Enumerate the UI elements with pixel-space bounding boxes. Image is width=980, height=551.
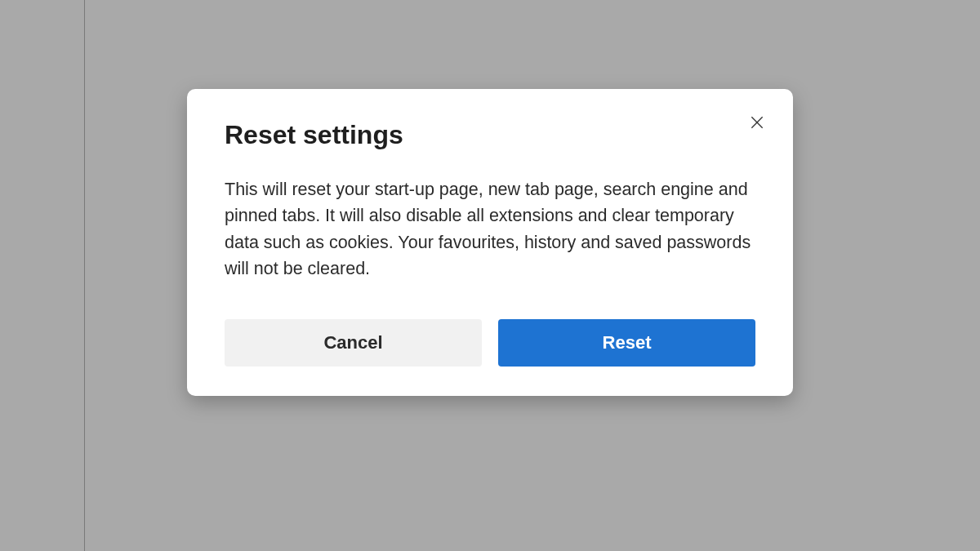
dialog-title: Reset settings bbox=[225, 120, 755, 150]
close-icon bbox=[749, 114, 765, 133]
vertical-divider bbox=[84, 0, 85, 551]
close-button[interactable] bbox=[744, 110, 770, 136]
reset-button[interactable]: Reset bbox=[498, 319, 755, 367]
cancel-button[interactable]: Cancel bbox=[225, 319, 482, 367]
cancel-button-label: Cancel bbox=[323, 332, 382, 353]
reset-settings-dialog: Reset settings This will reset your star… bbox=[187, 89, 793, 396]
dialog-button-row: Cancel Reset bbox=[225, 319, 755, 367]
dialog-body: This will reset your start-up page, new … bbox=[225, 176, 755, 282]
reset-button-label: Reset bbox=[603, 332, 652, 353]
